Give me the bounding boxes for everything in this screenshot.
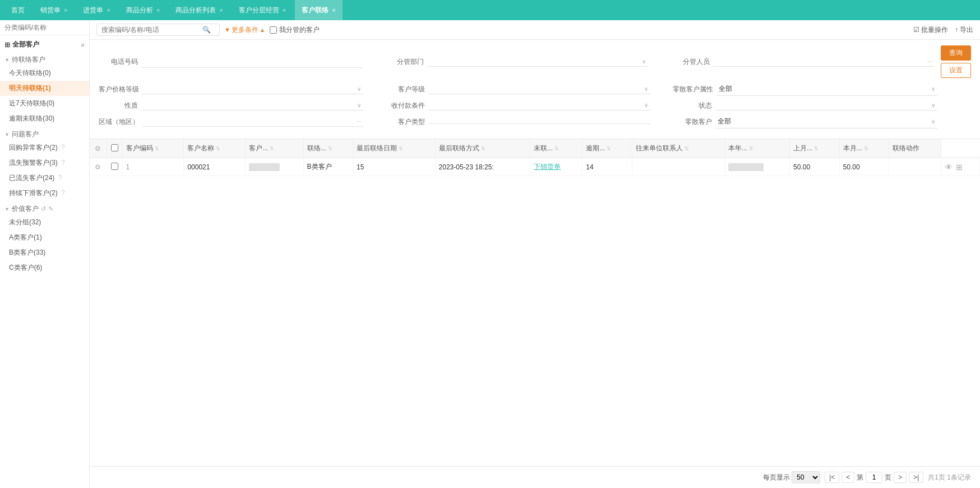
sort-icon-unit-contact[interactable]: ⇅ xyxy=(685,146,689,151)
payment-label: 收付款条件 xyxy=(386,101,425,111)
contact-method-link[interactable]: 下销货单 xyxy=(534,163,561,171)
row-checkbox[interactable] xyxy=(111,163,118,170)
sidebar-item-declining[interactable]: 持续下滑客户(2) ? xyxy=(0,186,89,201)
close-customer-contact-icon[interactable]: × xyxy=(332,7,335,13)
nav-customer-contact[interactable]: 客户联络 × xyxy=(295,0,342,20)
sidebar: 🔍 ⊞ 全部客户 « 待联络客户 今天待联络(0) 明天待联络(1) 近7天待联… xyxy=(0,20,90,488)
filter-cell-region: 区域（地区） ··· xyxy=(99,117,363,127)
sidebar-item-ungrouped[interactable]: 未分组(32) xyxy=(0,215,89,230)
more-filters-button[interactable]: ▼ 更多条件 ▲ xyxy=(224,25,265,35)
nav-product-analysis[interactable]: 商品分析 × xyxy=(119,0,167,20)
sort-icon-contact[interactable]: ⇅ xyxy=(328,146,332,151)
sort-icon-date[interactable]: ⇅ xyxy=(399,146,403,151)
search-icon[interactable]: 🔍 xyxy=(202,26,211,34)
th-contact-count: 联络... ⇅ xyxy=(303,139,353,158)
settings-button[interactable]: 设置 xyxy=(941,63,971,78)
nature-select[interactable]: ∨ xyxy=(141,100,363,111)
filter-cell-nature: 性质 ∨ xyxy=(99,100,363,111)
row-unit-contact xyxy=(724,158,790,176)
retail-attr-value: 全部 xyxy=(719,84,929,94)
nav-home[interactable]: 首页 xyxy=(4,0,31,20)
close-customer-segmentation-icon[interactable]: × xyxy=(283,7,286,13)
pagination-controls: |< < 第 页 > >| xyxy=(825,472,923,483)
sidebar-item-class-b[interactable]: B类客户(33) xyxy=(0,245,89,260)
row-checkbox-cell[interactable] xyxy=(107,158,122,176)
sidebar-item-class-a[interactable]: A类客户(1) xyxy=(0,230,89,245)
table-header-row: ⚙ 客户编码 ⇅ 客户名称 xyxy=(90,139,980,158)
customer-table: ⚙ 客户编码 ⇅ 客户名称 xyxy=(90,139,980,176)
nav-purchase-order[interactable]: 进货单 × xyxy=(76,0,117,20)
region-more-icon[interactable]: ··· xyxy=(357,118,361,125)
last-page-button[interactable]: >| xyxy=(909,472,923,483)
export-icon: ↑ xyxy=(955,26,958,34)
filter-cell-person: 分管人员 ··· xyxy=(671,57,934,67)
status-label: 状态 xyxy=(673,101,712,111)
edit-icon[interactable]: ✎ xyxy=(48,205,53,213)
person-select[interactable]: ··· xyxy=(713,57,934,67)
gear-header[interactable]: ⚙ xyxy=(90,139,107,158)
page-number-input[interactable] xyxy=(866,472,882,483)
sort-icon-not-contacted[interactable]: ⇅ xyxy=(554,146,559,151)
sort-icon-this-month[interactable]: ⇅ xyxy=(864,146,868,151)
status-select[interactable]: ∨ xyxy=(715,100,937,111)
close-purchase-order-icon[interactable]: × xyxy=(107,7,110,13)
more-icon[interactable]: ··· xyxy=(927,58,932,65)
group-pending-contact[interactable]: 待联络客户 xyxy=(0,52,89,66)
customer-type-select[interactable] xyxy=(428,120,650,124)
sort-icon-type[interactable]: ⇅ xyxy=(270,146,274,151)
first-page-button[interactable]: |< xyxy=(825,472,839,483)
close-sales-order-icon[interactable]: × xyxy=(64,7,67,13)
region-select[interactable]: ··· xyxy=(142,117,363,127)
export-button[interactable]: ↑ 导出 xyxy=(955,25,973,35)
query-button[interactable]: 查询 xyxy=(941,45,971,61)
close-product-analysis-list-icon[interactable]: × xyxy=(219,7,223,13)
sidebar-item-overdue-no-contact[interactable]: 逾期未联络(30) xyxy=(0,111,89,126)
group-value-customers[interactable]: 价值客户 ↺ ✎ xyxy=(0,201,89,215)
prev-page-button[interactable]: < xyxy=(842,472,854,483)
customer-level-select[interactable]: ∨ xyxy=(428,84,650,94)
all-customers-title[interactable]: ⊞ 全部客户 « xyxy=(0,35,89,52)
my-customers-checkbox[interactable] xyxy=(270,26,277,34)
sidebar-item-tomorrow-pending[interactable]: 明天待联络(1) xyxy=(0,81,89,96)
group-problem-customers[interactable]: 问题客户 xyxy=(0,126,89,140)
collapse-icon[interactable]: « xyxy=(81,41,85,49)
price-level-select[interactable]: ∨ xyxy=(142,84,363,94)
sidebar-item-repurchase-abnormal[interactable]: 回购异常客户(2) ? xyxy=(0,140,89,155)
action-icons: 👁 ⊞ xyxy=(945,163,976,172)
sort-icon-code[interactable]: ⇅ xyxy=(155,146,159,151)
retail-attr-select[interactable]: 全部 ∨ xyxy=(716,82,937,96)
sort-icon-method[interactable]: ⇅ xyxy=(481,146,486,151)
sort-icon-overdue[interactable]: ⇅ xyxy=(607,146,611,151)
row-gear[interactable]: ⚙ xyxy=(90,158,107,176)
payment-select[interactable]: ∨ xyxy=(428,100,650,111)
action-more-icon[interactable]: ⊞ xyxy=(956,163,963,172)
refresh-icon[interactable]: ↺ xyxy=(41,205,46,213)
data-table-wrapper: ⚙ 客户编码 ⇅ 客户名称 xyxy=(90,139,980,466)
sort-icon-last-month[interactable]: ⇅ xyxy=(814,146,819,151)
page-size-select[interactable]: 50 100 200 xyxy=(792,471,820,484)
batch-ops-button[interactable]: ☑ 批量操作 xyxy=(913,25,948,35)
close-product-analysis-icon[interactable]: × xyxy=(156,7,160,13)
nav-sales-order[interactable]: 销货单 × xyxy=(34,0,74,20)
filter-cell-status: 状态 ∨ xyxy=(673,100,937,111)
nav-product-analysis-list[interactable]: 商品分析列表 × xyxy=(169,0,229,20)
search-input[interactable] xyxy=(101,26,202,34)
region-label: 区域（地区） xyxy=(99,117,139,127)
sort-icon-name[interactable]: ⇅ xyxy=(216,146,220,151)
next-page-button[interactable]: > xyxy=(894,472,907,483)
action-view-icon[interactable]: 👁 xyxy=(945,163,953,172)
sidebar-item-class-c[interactable]: C类客户(6) xyxy=(0,260,89,275)
sidebar-item-churn-warning[interactable]: 流失预警客户(3) ? xyxy=(0,155,89,171)
phone-input[interactable] xyxy=(141,56,362,68)
checkbox-header[interactable] xyxy=(107,139,122,158)
sort-icon-this-year[interactable]: ⇅ xyxy=(749,146,754,151)
sidebar-search-input[interactable] xyxy=(4,24,89,31)
my-customers-checkbox-container[interactable]: 我分管的客户 xyxy=(270,25,320,35)
sidebar-item-churned[interactable]: 已流失客户(24) ? xyxy=(0,171,89,186)
select-all-checkbox[interactable] xyxy=(111,144,118,151)
retail-customer-select[interactable]: 全部 ∨ xyxy=(715,115,937,128)
sidebar-item-today-pending[interactable]: 今天待联络(0) xyxy=(0,66,89,81)
dept-select[interactable]: ∨ xyxy=(427,57,648,67)
nav-customer-segmentation[interactable]: 客户分层经营 × xyxy=(232,0,293,20)
sidebar-item-7days-pending[interactable]: 近7天待联络(0) xyxy=(0,96,89,111)
